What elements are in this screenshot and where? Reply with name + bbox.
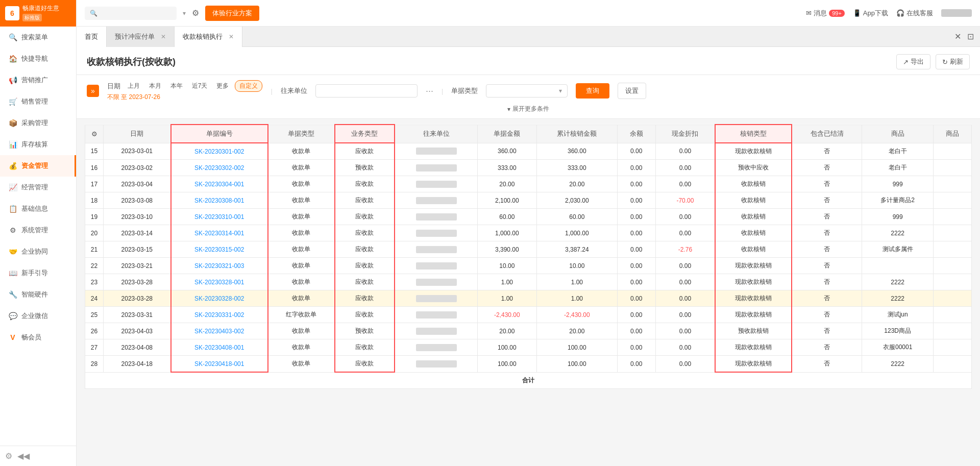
topbar-user[interactable]: Rit	[941, 9, 972, 17]
row-doc-type: 收款单	[268, 160, 335, 176]
sidebar-item-system[interactable]: ⚙ 系统管理	[0, 219, 76, 241]
tab-home[interactable]: 首页	[77, 27, 107, 47]
settings-bottom-icon[interactable]: ⚙	[5, 451, 12, 461]
row-doc-type: 收款单	[268, 339, 335, 356]
export-icon: ↗	[903, 58, 909, 66]
more-options-icon[interactable]: ···	[426, 86, 433, 96]
date-custom-btn[interactable]: 自定义	[235, 80, 262, 92]
row-doc-no[interactable]: SK-20230314-001	[171, 225, 268, 241]
date-this-month-btn[interactable]: 本月	[146, 81, 164, 91]
row-counterpart	[395, 176, 477, 192]
tab-prepay[interactable]: 预计冲应付单 ✕	[107, 27, 175, 47]
sidebar-item-guide[interactable]: 📖 新手引导	[0, 262, 76, 284]
row-doc-no[interactable]: SK-20230328-001	[171, 274, 268, 290]
expand-conditions-button[interactable]: ▾ 展开更多条件	[507, 105, 549, 113]
row-doc-no[interactable]: SK-20230418-001	[171, 356, 268, 373]
row-doc-type: 收款单	[268, 356, 335, 373]
dropdown-arrow-icon[interactable]: ▾	[183, 10, 186, 17]
row-doc-no[interactable]: SK-20230315-002	[171, 241, 268, 258]
collapse-icon[interactable]: ◀◀	[17, 451, 30, 461]
online-service-action[interactable]: 🎧 在线客服	[896, 9, 933, 18]
tab-writeoff[interactable]: 收款核销执行 ✕	[175, 27, 242, 47]
sidebar-item-sales[interactable]: 🛒 销售管理	[0, 91, 76, 112]
table-area: ⚙ 日期 单据编号 单据类型 业务类型 往来单位 单据金额 累计核销金额 余额 …	[77, 119, 980, 466]
row-doc-no[interactable]: SK-20230403-002	[171, 323, 268, 339]
row-product1: 多计量商品2	[862, 192, 934, 209]
row-doc-no[interactable]: SK-20230328-002	[171, 290, 268, 307]
tab-prepay-close-icon[interactable]: ✕	[161, 33, 166, 40]
row-balance: 0.00	[617, 307, 655, 323]
row-doc-no[interactable]: SK-20230310-001	[171, 209, 268, 225]
tab-close-all-button[interactable]: ✕	[952, 30, 963, 43]
counterpart-input[interactable]	[315, 84, 418, 97]
row-cash-discount: 0.00	[655, 143, 715, 160]
sidebar-item-wechat[interactable]: 💬 企业微信	[0, 305, 76, 327]
export-button[interactable]: ↗ 导出	[896, 54, 930, 69]
industry-solution-button[interactable]: 体验行业方案	[205, 6, 259, 21]
row-doc-no[interactable]: SK-20230321-003	[171, 258, 268, 274]
sidebar-item-purchase[interactable]: 📦 采购管理	[0, 112, 76, 134]
date-more-btn[interactable]: 更多	[213, 81, 232, 91]
row-counterpart	[395, 339, 477, 356]
setting-button[interactable]: 设置	[618, 83, 646, 99]
sidebar-item-member[interactable]: V 畅会员	[0, 327, 76, 348]
sidebar-item-hardware[interactable]: 🔧 智能硬件	[0, 284, 76, 305]
filter-collapse-button[interactable]: »	[87, 85, 99, 97]
row-biz-type: 应收款	[335, 241, 395, 258]
row-balance: 0.00	[617, 323, 655, 339]
sidebar-item-basic-info[interactable]: 📋 基础信息	[0, 198, 76, 219]
row-doc-type: 红字收款单	[268, 307, 335, 323]
doc-type-select[interactable]: ▾	[486, 84, 568, 97]
row-doc-no[interactable]: SK-20230302-002	[171, 160, 268, 176]
row-cash-discount: -2.76	[655, 241, 715, 258]
col-biz-type: 业务类型	[335, 125, 395, 143]
sidebar-item-operation[interactable]: 📈 经营管理	[0, 177, 76, 198]
sidebar-item-marketing[interactable]: 📢 营销推广	[0, 69, 76, 91]
row-doc-no[interactable]: SK-20230308-001	[171, 192, 268, 209]
row-counterpart	[395, 160, 477, 176]
query-button[interactable]: 查询	[576, 83, 609, 99]
row-doc-type: 收款单	[268, 323, 335, 339]
app-download-action[interactable]: 📱 App下载	[853, 9, 888, 18]
row-no: 21	[85, 241, 104, 258]
row-doc-no[interactable]: SK-20230304-001	[171, 176, 268, 192]
row-no: 18	[85, 192, 104, 209]
row-date: 2023-03-02	[104, 160, 171, 176]
row-biz-type: 应收款	[335, 274, 395, 290]
sidebar-item-search[interactable]: 🔍 搜索菜单	[0, 27, 76, 48]
row-date: 2023-04-03	[104, 323, 171, 339]
row-doc-no[interactable]: SK-20230408-001	[171, 339, 268, 356]
row-doc-no[interactable]: SK-20230331-002	[171, 307, 268, 323]
table-row: 28 2023-04-18 SK-20230418-001 收款单 应收款 10…	[85, 356, 972, 373]
date-last-month-btn[interactable]: 上月	[125, 81, 143, 91]
sidebar-item-collab[interactable]: 🤝 企业协同	[0, 241, 76, 262]
topbar-gear-icon[interactable]: ⚙	[192, 8, 199, 18]
row-doc-no[interactable]: SK-20230301-002	[171, 143, 268, 160]
table-header-row: ⚙ 日期 单据编号 单据类型 业务类型 往来单位 单据金额 累计核销金额 余额 …	[85, 125, 972, 143]
tab-maximize-button[interactable]: ⊡	[965, 30, 976, 43]
filter-row: » 日期 上月 本月 本年 近7天 更多 自定义	[87, 80, 970, 102]
message-action[interactable]: ✉ 消息 99+	[806, 9, 845, 18]
tabs-bar: 首页 预计冲应付单 ✕ 收款核销执行 ✕ ✕ ⊡	[77, 27, 980, 47]
row-writeoff-type: 现款收款核销	[715, 339, 792, 356]
row-cash-discount: 0.00	[655, 307, 715, 323]
date-7days-btn[interactable]: 近7天	[189, 81, 211, 91]
date-this-year-btn[interactable]: 本年	[167, 81, 186, 91]
row-product1: 123D商品	[862, 323, 934, 339]
row-biz-type: 应收款	[335, 290, 395, 307]
hardware-icon: 🔧	[8, 290, 17, 299]
row-product1: 老白干	[862, 160, 934, 176]
refresh-button[interactable]: ↻ 刷新	[936, 54, 970, 69]
row-doc-type: 收款单	[268, 225, 335, 241]
row-balance: 0.00	[617, 258, 655, 274]
topbar-search[interactable]: 🔍	[85, 7, 177, 20]
sidebar-item-inventory[interactable]: 📊 库存核算	[0, 134, 76, 155]
col-settings[interactable]: ⚙	[85, 125, 104, 143]
sidebar-item-finance[interactable]: 💰 资金管理	[0, 155, 76, 177]
sidebar-item-quicknav[interactable]: 🏠 快捷导航	[0, 48, 76, 69]
tab-writeoff-close-icon[interactable]: ✕	[229, 33, 234, 40]
row-date: 2023-03-21	[104, 258, 171, 274]
row-no: 26	[85, 323, 104, 339]
sidebar-item-label: 搜索菜单	[21, 33, 48, 42]
row-date: 2023-04-08	[104, 339, 171, 356]
